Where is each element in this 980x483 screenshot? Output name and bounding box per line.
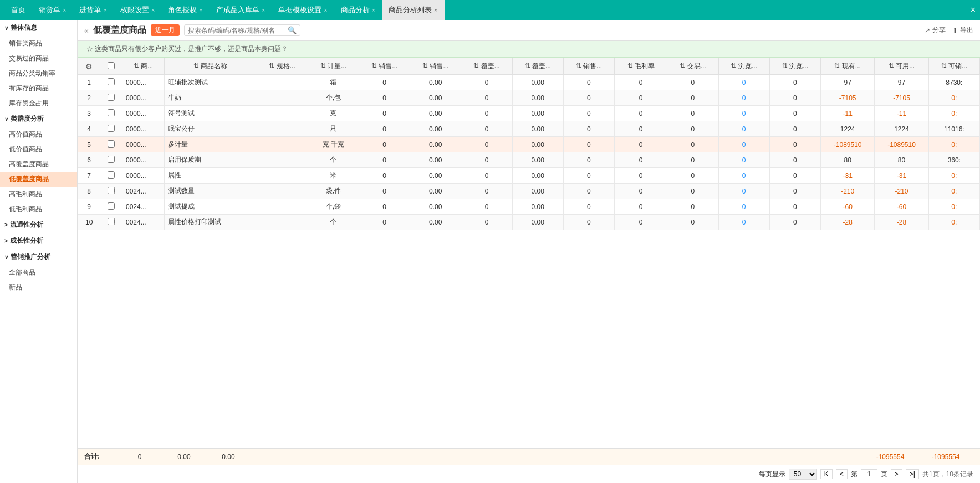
nav-item-production[interactable]: 产成品入库单 × (210, 0, 272, 20)
row-browse1[interactable]: 0 (718, 121, 769, 137)
close-icon[interactable]: × (151, 7, 155, 13)
sidebar-item-traded-goods[interactable]: 交易过的商品 (0, 51, 77, 66)
page-size-select[interactable]: 50 100 200 (789, 469, 817, 480)
column-sales-qty[interactable]: ⇅ 销售... (359, 58, 410, 75)
row-checkbox[interactable] (100, 215, 122, 230)
sidebar-item-high-coverage[interactable]: 高覆盖度商品 (0, 157, 77, 172)
nav-item-templates[interactable]: 单据模板设置 × (272, 0, 334, 20)
row-select-checkbox[interactable] (108, 109, 115, 116)
last-page-button[interactable]: >| (906, 469, 919, 479)
row-browse1[interactable]: 0 (718, 137, 769, 152)
sidebar-item-high-value[interactable]: 高价值商品 (0, 127, 77, 142)
close-icon[interactable]: × (199, 7, 202, 13)
export-button[interactable]: ⬆ 导出 (952, 26, 973, 35)
row-select-checkbox[interactable] (108, 94, 115, 101)
first-page-button[interactable]: K (820, 469, 833, 479)
sidebar-item-low-coverage[interactable]: 低覆盖度商品 (0, 172, 77, 187)
sidebar-item-low-value[interactable]: 低价值商品 (0, 142, 77, 157)
sidebar-item-all-goods[interactable]: 全部商品 (0, 265, 77, 280)
row-checkbox[interactable] (100, 184, 122, 199)
close-icon[interactable]: × (103, 7, 106, 13)
search-input[interactable] (188, 27, 288, 34)
column-browse2[interactable]: ⇅ 浏览... (769, 58, 820, 75)
column-sales3[interactable]: ⇅ 销售... (563, 58, 614, 75)
collapse-button[interactable]: « (84, 26, 89, 35)
row-browse1[interactable]: 0 (718, 90, 769, 106)
column-gear[interactable]: ⚙ (78, 58, 100, 75)
column-browse1[interactable]: ⇅ 浏览... (718, 58, 769, 75)
sidebar-item-high-margin[interactable]: 高毛利商品 (0, 187, 77, 202)
sidebar-item-in-stock[interactable]: 有库存的商品 (0, 81, 77, 96)
row-unit: 个,包 (308, 90, 359, 106)
row-browse1[interactable]: 0 (718, 199, 769, 215)
column-checkbox[interactable] (100, 58, 122, 75)
close-icon[interactable]: × (262, 7, 265, 13)
row-checkbox[interactable] (100, 152, 122, 168)
row-select-checkbox[interactable] (108, 202, 115, 210)
sidebar-section-cluster[interactable]: ∨ 类群度分析 (0, 111, 77, 127)
sidebar-item-category-rate[interactable]: 商品分类动销率 (0, 66, 77, 81)
row-browse1[interactable]: 0 (718, 106, 769, 121)
column-name[interactable]: ⇅ 商品名称 (164, 58, 257, 75)
column-sales-amt[interactable]: ⇅ 销售... (410, 58, 461, 75)
row-checkbox[interactable] (100, 168, 122, 184)
close-icon[interactable]: × (434, 7, 437, 13)
column-gross[interactable]: ⇅ 毛利率 (615, 58, 667, 75)
nav-item-roles[interactable]: 角色授权 × (161, 0, 209, 20)
nav-item-sales[interactable]: 销货单 × (32, 0, 73, 20)
close-icon[interactable]: × (63, 7, 66, 13)
row-select-checkbox[interactable] (108, 156, 115, 163)
nav-item-permissions[interactable]: 权限设置 × (114, 0, 161, 20)
column-saleable[interactable]: ⇅ 可销... (928, 58, 979, 75)
nav-item-purchase[interactable]: 进货单 × (73, 0, 113, 20)
table-footer: 合计: 0 0.00 0.00 -1095554 -1095554 (78, 448, 980, 465)
column-available[interactable]: ⇅ 可用... (875, 58, 928, 75)
period-button[interactable]: 近一月 (151, 24, 180, 36)
sidebar-section-marketing[interactable]: ∨ 营销推广分析 (0, 249, 77, 265)
sidebar-section-overall[interactable]: ∨ 整体信息 (0, 20, 77, 36)
row-select-checkbox[interactable] (108, 187, 115, 194)
row-checkbox[interactable] (100, 75, 122, 90)
column-unit[interactable]: ⇅ 计量... (308, 58, 359, 75)
sidebar-item-new-goods[interactable]: 新品 (0, 280, 77, 295)
nav-item-goods-analysis[interactable]: 商品分析 × (334, 0, 382, 20)
share-button[interactable]: ↗ 分享 (925, 26, 946, 35)
nav-item-goods-analysis-list[interactable]: 商品分析列表 × (382, 0, 444, 20)
close-all-button[interactable]: × (971, 5, 976, 15)
column-cover1[interactable]: ⇅ 覆盖... (461, 58, 512, 75)
row-select-checkbox[interactable] (108, 140, 115, 148)
row-checkbox[interactable] (100, 199, 122, 215)
row-select-checkbox[interactable] (108, 218, 115, 225)
next-page-button[interactable]: > (891, 469, 902, 479)
row-no: 9 (78, 199, 100, 215)
column-spec[interactable]: ⇅ 规格... (257, 58, 308, 75)
row-checkbox[interactable] (100, 90, 122, 106)
prev-page-button[interactable]: < (836, 469, 848, 479)
column-cover2[interactable]: ⇅ 覆盖... (512, 58, 563, 75)
select-all-checkbox[interactable] (108, 62, 115, 69)
row-browse1[interactable]: 0 (718, 152, 769, 168)
row-browse1[interactable]: 0 (718, 215, 769, 230)
row-browse1[interactable]: 0 (718, 184, 769, 199)
sidebar-item-low-margin[interactable]: 低毛利商品 (0, 202, 77, 217)
nav-item-home[interactable]: 首页 (4, 0, 32, 20)
sidebar-section-growth[interactable]: > 成长性分析 (0, 233, 77, 249)
column-current[interactable]: ⇅ 现有... (820, 58, 874, 75)
close-icon[interactable]: × (372, 7, 375, 13)
close-icon[interactable]: × (324, 7, 327, 13)
row-browse1[interactable]: 0 (718, 75, 769, 90)
row-select-checkbox[interactable] (108, 171, 115, 179)
column-trade[interactable]: ⇅ 交易... (667, 58, 718, 75)
row-checkbox[interactable] (100, 137, 122, 152)
row-checkbox[interactable] (100, 106, 122, 121)
sidebar-item-sales-goods[interactable]: 销售类商品 (0, 36, 77, 51)
row-select-checkbox[interactable] (108, 78, 115, 85)
row-checkbox[interactable] (100, 121, 122, 137)
row-browse1[interactable]: 0 (718, 168, 769, 184)
column-code[interactable]: ⇅ 商... (122, 58, 165, 75)
sidebar-section-liquidity[interactable]: > 流通性分析 (0, 217, 77, 233)
row-select-checkbox[interactable] (108, 125, 115, 132)
row-saleable: 0: (928, 90, 979, 106)
page-input[interactable] (861, 469, 877, 479)
sidebar-item-capital[interactable]: 库存资金占用 (0, 96, 77, 111)
